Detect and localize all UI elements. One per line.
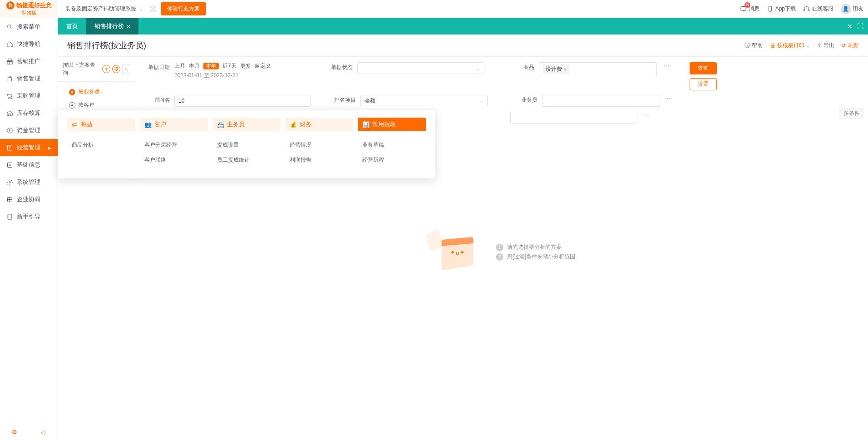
collapse-scheme-button[interactable]: ‹‹ — [122, 64, 130, 74]
step-text: 用[过滤]条件来缩小分析范围 — [507, 253, 576, 261]
close-icon[interactable]: × — [127, 23, 130, 30]
flyout-head-salesman[interactable]: 📇业务员 — [212, 118, 281, 131]
filter-status: 单据状态 ⌄ — [326, 62, 484, 74]
sidebar-flyout: 🏷商品 商品分析 👥客户 客户分层经营 客户联络 📇业务员 提成设置 员工提成统… — [58, 110, 435, 178]
page-title: 销售排行榜(按业务员) — [67, 40, 146, 51]
more-icon[interactable]: ⋯ — [642, 112, 652, 119]
query-button[interactable]: 查询 — [690, 62, 717, 74]
sidebar-item-business[interactable]: 经营管理▸ — [0, 139, 58, 156]
sidebar-item-system[interactable]: 系统管理 — [0, 173, 58, 191]
filter-product: 商品 设计费× ⋯ — [516, 62, 671, 76]
main-area: 首页 销售排行榜 × ✕ ⛶ 销售排行榜(按业务员) ⓘ帮助 🖨按模板打印⌄ ⇪… — [58, 18, 868, 440]
sidebar-item-basic[interactable]: 基础信息 — [0, 156, 58, 173]
flyout-head-customer[interactable]: 👥客户 — [140, 118, 208, 131]
topn-value: 10 — [178, 98, 184, 104]
flyout-link[interactable]: 提成设置 — [212, 138, 281, 153]
flyout-head-product[interactable]: 🏷商品 — [67, 118, 135, 131]
scheme-item-customer[interactable]: 按客户 — [58, 99, 135, 112]
tab-home[interactable]: 首页 — [58, 18, 86, 35]
fullscreen-icon[interactable]: ⛶ — [857, 23, 863, 30]
rank-label: 排名项目 — [329, 95, 356, 104]
sidebar-item-purchase[interactable]: 采购管理 — [0, 87, 58, 104]
more-icon[interactable]: ⋯ — [665, 95, 675, 102]
scheme-settings-button[interactable]: ⚙ — [112, 65, 120, 73]
sidebar-settings-button[interactable]: ⚙ — [0, 424, 29, 440]
date-this-month[interactable]: 本月 — [189, 62, 200, 70]
online-service-link[interactable]: 在线客服 — [803, 5, 833, 13]
filter-topn: 前N名 10 — [143, 95, 311, 107]
refresh-button[interactable]: ⟳刷新 — [842, 42, 859, 49]
flyout-link[interactable]: 客户分层经营 — [140, 138, 208, 153]
date-more[interactable]: 更多 — [240, 62, 251, 70]
sidebar-item-funds[interactable]: 资金管理 — [0, 122, 58, 139]
sidebar-item-collab[interactable]: 企业协同 — [0, 191, 58, 208]
tab-label: 销售排行榜 — [94, 22, 124, 30]
flyout-link[interactable]: 利润报告 — [285, 153, 353, 168]
share-icon — [6, 196, 13, 203]
add-scheme-button[interactable]: + — [102, 65, 110, 73]
sidebar-item-marketing[interactable]: 营销推广 — [0, 53, 58, 70]
print-button[interactable]: 🖨按模板打印⌄ — [770, 42, 810, 49]
tab-bar: 首页 销售排行榜 × ✕ ⛶ — [58, 18, 868, 35]
gear-icon[interactable] — [150, 6, 156, 12]
salesman-icon: 📇 — [217, 121, 224, 128]
flyout-link[interactable]: 客户联络 — [140, 153, 208, 168]
extra-input[interactable] — [510, 112, 637, 124]
step-text: 请先选择要分析的方案 — [507, 243, 562, 251]
flyout-link[interactable]: 商品分析 — [67, 138, 135, 153]
user-menu[interactable]: 👤 用友 — [841, 4, 863, 14]
svg-rect-11 — [8, 163, 12, 167]
salesman-input[interactable] — [542, 95, 660, 107]
date-last7[interactable]: 近7天 — [222, 62, 237, 70]
flyout-head-finance[interactable]: 💰财务 — [285, 118, 353, 131]
rank-select[interactable]: 金额⌄ — [360, 95, 488, 107]
sidebar-item-quicknav[interactable]: 快捷导航 — [0, 35, 58, 53]
flyout-link[interactable]: 经营历程 — [358, 153, 426, 168]
product-input[interactable]: 设计费× — [539, 62, 657, 76]
sidebar-item-guide[interactable]: 新手引导 — [0, 208, 58, 225]
topn-input[interactable]: 10 — [174, 95, 311, 107]
sidebar-collapse-button[interactable]: ◁ — [29, 424, 58, 440]
more-conditions-toggle[interactable]: 多条件 — [839, 108, 864, 119]
date-custom[interactable]: 自定义 — [255, 62, 271, 70]
export-icon: ⇪ — [817, 42, 822, 49]
status-label: 单据状态 — [326, 62, 353, 71]
tab-close-all-icon[interactable]: ✕ — [847, 23, 853, 30]
caret-right-icon: ▸ — [48, 144, 51, 151]
try-plan-button[interactable]: 体验行业方案 — [161, 2, 206, 15]
tab-sales-ranking[interactable]: 销售排行榜 × — [86, 18, 138, 35]
export-button[interactable]: ⇪导出 — [817, 42, 834, 49]
system-selector[interactable]: 装备及固定资产辅助管理系统 ⌄ — [65, 5, 143, 13]
list-icon — [6, 162, 13, 168]
reset-button[interactable]: 设置 — [690, 78, 717, 90]
logo-block: b 畅捷通好生意 标准版 — [0, 0, 58, 18]
sidebar-item-sales[interactable]: 销售管理 — [0, 70, 58, 87]
tag-remove-icon[interactable]: × — [564, 67, 567, 72]
chevron-down-icon: ⌄ — [139, 6, 143, 12]
flyout-head-reports[interactable]: 📊常用报表 — [358, 118, 426, 131]
logo-text: 畅捷通好生意 — [16, 1, 52, 10]
chevron-down-icon[interactable]: ⌄ — [806, 43, 810, 48]
sidebar-item-search[interactable]: 搜索菜单 — [0, 18, 58, 35]
flyout-title: 业务员 — [227, 120, 245, 129]
logo-icon: b — [6, 1, 15, 10]
date-this-year[interactable]: 本年 — [203, 63, 219, 69]
sidebar-label: 库存核算 — [17, 109, 40, 117]
radio-icon — [69, 102, 75, 109]
more-icon[interactable]: ⋯ — [661, 62, 671, 69]
flyout-link[interactable]: 业务草稿 — [358, 138, 426, 153]
app-download-link[interactable]: App下载 — [767, 5, 796, 13]
phone-icon — [767, 5, 774, 12]
flyout-link[interactable]: 员工提成统计 — [212, 153, 281, 168]
messages-link[interactable]: 6 消息 — [740, 5, 760, 13]
help-link[interactable]: ⓘ帮助 — [745, 42, 763, 49]
date-last-month[interactable]: 上月 — [174, 62, 185, 70]
flyout-link[interactable]: 经营情况 — [285, 138, 353, 153]
empty-illustration — [428, 229, 483, 275]
sidebar-label: 搜索菜单 — [17, 23, 40, 31]
scheme-label: 按业务员 — [78, 88, 100, 96]
radio-icon — [69, 89, 75, 95]
scheme-item-salesman[interactable]: 按业务员 — [58, 85, 135, 99]
status-select[interactable]: ⌄ — [357, 62, 484, 74]
sidebar-item-inventory[interactable]: 库存核算 — [0, 104, 58, 122]
